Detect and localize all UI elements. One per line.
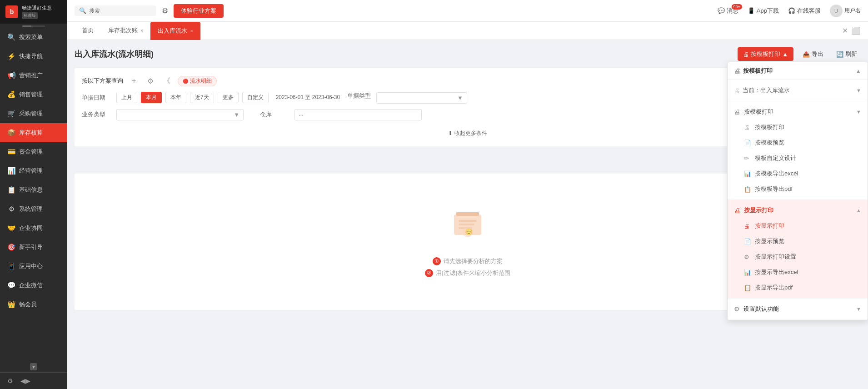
tab-batch-account[interactable]: 库存批次账 × [101,22,150,40]
finance-icon: 💳 [7,148,15,156]
default-section: ⚙ 设置默认功能 ▼ [728,299,868,320]
right-panel-print-icon: 🖨 [734,67,740,75]
date-current-year-btn[interactable]: 本年 [165,92,186,103]
display-export-excel-item[interactable]: 📊 按显示导出excel [728,264,868,280]
display-pdf-icon: 📋 [744,284,751,291]
display-collapse-arrow: ▲ [856,208,861,213]
marketing-icon: 📢 [7,71,15,80]
sidebar-item-search[interactable]: 🔍 搜索菜单 [0,28,67,47]
print-template-btn[interactable]: 🖨 按模板打印 ▲ [738,47,793,61]
sidebar-item-sales[interactable]: 💰 销售管理 [0,85,67,104]
default-settings-label: 设置默认功能 [743,305,779,313]
template-export-excel-label: 按模板导出excel [755,170,798,178]
business-type-arrow: ▼ [234,111,239,118]
topbar-settings-icon[interactable]: ⚙ [162,6,168,15]
filter-collapse-btn[interactable]: 《 [161,75,172,86]
content-area: 出入库流水(流水明细) 🖨 按模板打印 ▲ 📤 导出 🔄 刷新 [67,40,868,389]
sidebar-item-finance[interactable]: 💳 资金管理 [0,142,67,161]
filter-settings-btn[interactable]: ⚙ [145,75,156,86]
page-title: 出入库流水(流水明细) [75,49,154,60]
display-export-pdf-item[interactable]: 📋 按显示导出pdf [728,280,868,295]
logo-icon: b [5,5,18,18]
sidebar-item-enterprise[interactable]: 🤝 企业协同 [0,219,67,238]
app-download-label: App下载 [757,7,779,15]
warehouse-dropdown[interactable]: ··· [294,109,422,120]
sidebar-item-wechat[interactable]: 💬 企业微信 [0,276,67,295]
tab-home[interactable]: 首页 [75,22,101,40]
sidebar-item-marketing[interactable]: 📢 营销推广 [0,66,67,85]
trial-btn[interactable]: 体验行业方案 [174,4,224,18]
app-download-btn[interactable]: 📱 App下载 [748,7,779,15]
sidebar-nav: 🔍 搜索菜单 ⚡ 快捷导航 📢 营销推广 💰 销售管理 🛒 采购管理 📦 库存核… [0,28,67,361]
business-type-label: 业务类型 [82,110,109,119]
customer-service-icon: 🎧 [788,7,795,14]
sidebar-item-basic-info[interactable]: 📋 基础信息 [0,180,67,199]
sales-icon: 💰 [7,90,15,99]
date-custom-btn[interactable]: 自定义 [242,92,269,103]
right-panel-title: 按模板打印 [743,67,855,75]
current-label: 当前：出入库流水 [743,86,790,95]
sidebar-item-member[interactable]: 👑 畅会员 [0,295,67,314]
up-arrow-icon[interactable]: ▲ [855,68,861,75]
template-print-icon: 🖨 [734,108,740,115]
quick-nav-icon: ⚡ [7,52,15,60]
search-input[interactable] [89,8,144,14]
business-type-dropdown[interactable]: ▼ [116,109,244,120]
date-last7-btn[interactable]: 近7天 [190,92,214,103]
messages-btn[interactable]: 💬 消息 99+ [718,7,738,15]
default-settings-header[interactable]: ⚙ 设置默认功能 ▼ [728,301,868,317]
tag-icon: 🔴 [183,79,188,84]
sidebar-item-guide[interactable]: 🎯 新手引导 [0,238,67,257]
date-more-btn[interactable]: 更多 [218,92,239,103]
tab-flow-close[interactable]: × [190,28,193,34]
template-print-item[interactable]: 🖨 按模板打印 [728,120,868,135]
tab-in-out-flow[interactable]: 出入库流水 × [150,22,200,40]
tab-batch-close[interactable]: × [140,28,143,33]
sidebar-expand-btn[interactable]: ◀▶ [20,377,30,384]
template-export-excel-item[interactable]: 📊 按模板导出excel [728,166,868,181]
display-export-pdf-label: 按显示导出pdf [755,284,793,292]
export-label: 导出 [812,50,823,58]
preview-item-icon: 📄 [744,140,751,146]
close-window-btn[interactable]: ✕ [842,26,848,35]
current-arrow: ▼ [856,88,861,93]
filter-add-btn[interactable]: + [129,75,140,86]
sidebar-item-purchase[interactable]: 🛒 采购管理 [0,104,67,123]
template-print-header[interactable]: 🖨 按模板打印 ▼ [728,104,868,120]
sidebar-item-inventory[interactable]: 📦 库存核算 [0,123,67,142]
sidebar-item-operations[interactable]: 📊 经营管理 [0,161,67,180]
sidebar-item-quick-nav[interactable]: ⚡ 快捷导航 [0,47,67,66]
doc-type-arrow: ▼ [457,95,463,101]
sidebar-item-app-center[interactable]: 📱 应用中心 [0,257,67,276]
scroll-down-btn[interactable]: ▼ [30,363,37,370]
doc-type-dropdown[interactable]: ▼ [376,92,467,104]
display-print-item[interactable]: 🖨 按显示打印 [728,218,868,234]
message-badge: 99+ [732,4,742,10]
active-filter-tag[interactable]: 🔴 流水明细 [178,76,217,86]
print-icon: 🖨 [743,51,749,58]
current-section: 🖨 当前：出入库流水 ▼ [728,80,868,101]
collapse-more-btn[interactable]: ⬆ 收起更多条件 [448,130,487,137]
refresh-btn[interactable]: 🔄 刷新 [833,48,861,60]
display-print-header[interactable]: 🖨 按显示打印 ▲ [728,203,868,218]
display-print-settings-item[interactable]: ⚙ 按显示打印设置 [728,249,868,264]
search-box[interactable]: 🔍 [75,5,156,16]
topbar-right: 💬 消息 99+ 📱 App下载 🎧 在线客服 U 用户名 [718,5,861,17]
template-print-item-label: 按模板打印 [755,123,784,131]
export-btn[interactable]: 📤 导出 [799,48,827,60]
maximize-window-btn[interactable]: ⬜ [852,26,861,35]
sidebar-settings-btn[interactable]: ⚙ [7,377,13,384]
template-custom-item[interactable]: ✏ 模板自定义设计 [728,150,868,166]
svg-text:😊: 😊 [465,228,473,236]
print-template-label: 按模板打印 [751,50,780,58]
display-preview-item[interactable]: 📄 按显示预览 [728,234,868,249]
customer-service-btn[interactable]: 🎧 在线客服 [788,7,821,15]
date-prev-month-btn[interactable]: 上月 [116,92,137,103]
template-preview-item[interactable]: 📄 按模板预览 [728,135,868,150]
user-profile[interactable]: U 用户名 [830,5,861,17]
sidebar-item-system[interactable]: ⚙ 系统管理 [0,199,67,219]
default-collapse-arrow: ▼ [856,306,861,312]
current-section-row[interactable]: 🖨 当前：出入库流水 ▼ [728,83,868,98]
template-export-pdf-item[interactable]: 📋 按模板导出pdf [728,181,868,197]
date-current-month-btn[interactable]: 本月 [141,92,162,103]
